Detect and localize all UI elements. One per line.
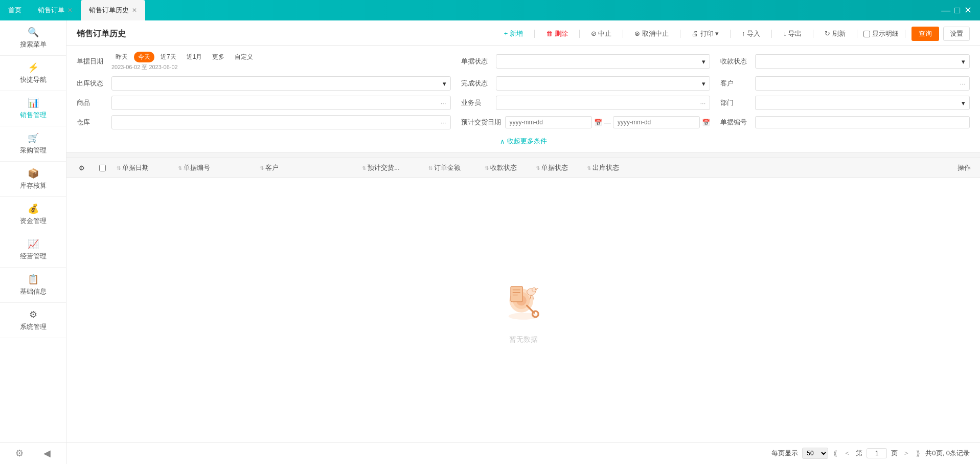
col-settings[interactable]: ⚙	[72, 164, 92, 172]
stock-out-select[interactable]: ▾	[111, 76, 451, 91]
page-size-select[interactable]: 20 50 100	[802, 448, 828, 459]
date-tab-1month[interactable]: 近1月	[183, 52, 207, 62]
settings-button[interactable]: 设置	[943, 27, 970, 41]
col-order-no[interactable]: ⇅ 单据编号	[174, 163, 256, 172]
refresh-button[interactable]: ↻ 刷新	[819, 27, 851, 40]
sidebar-settings-icon[interactable]: ⚙	[15, 448, 24, 459]
goods-dots[interactable]: ···	[441, 99, 446, 107]
sidebar-item-basic-info[interactable]: 📋 基础信息	[0, 268, 66, 303]
export-label: ↓ 导出	[783, 29, 802, 38]
col-check[interactable]	[92, 165, 112, 171]
settings-gear-icon[interactable]: ⚙	[79, 164, 85, 172]
date-tab-7days[interactable]: 近7天	[156, 52, 180, 62]
delete-button[interactable]: 🗑 删除	[541, 27, 573, 40]
page-input[interactable]	[867, 448, 887, 458]
tab-sales-order-history[interactable]: 销售订单历史 ✕	[81, 0, 145, 20]
col-amount-sort-icon: ⇅	[428, 165, 432, 171]
filter-delivery-date: 预计交货日期 📅 — 📅	[461, 116, 711, 128]
sidebar-item-system-mgmt[interactable]: ⚙ 系统管理	[0, 303, 66, 338]
page-size-label: 每页显示	[771, 449, 798, 458]
tab-home[interactable]: + 新增 首页	[0, 0, 30, 20]
close-history-tab-icon[interactable]: ✕	[132, 7, 137, 14]
sidebar-item-quick-nav[interactable]: ⚡ 快捷导航	[0, 56, 66, 91]
stop-button[interactable]: ⊘ 中止	[586, 27, 617, 40]
toolbar-divider-7	[813, 30, 813, 38]
filter-sales-staff: 业务员 ···	[461, 96, 711, 110]
calendar-end-icon[interactable]: 📅	[702, 119, 710, 126]
cancel-stop-button[interactable]: ⊗ 取消中止	[629, 27, 674, 40]
goods-select[interactable]: ···	[111, 96, 451, 110]
new-button[interactable]: + 新增	[499, 27, 528, 40]
col-date-label: 单据日期	[122, 163, 149, 172]
order-status-label: 单据状态	[461, 57, 492, 66]
tab-sales-order[interactable]: 销售订单 ✕	[30, 0, 81, 20]
sidebar-item-business-mgmt[interactable]: 📈 经营管理	[0, 232, 66, 268]
tab-sales-order-label: 销售订单	[38, 6, 64, 15]
page-first-icon[interactable]: ⟪	[832, 449, 838, 457]
date-tab-custom[interactable]: 自定义	[231, 52, 257, 62]
filter-row-1: 单据日期 昨天 今天 近7天 近1月 更多 自定义 2023-06-02 至 2…	[77, 52, 970, 71]
page-last-icon[interactable]: ⟫	[915, 449, 921, 457]
calendar-start-icon[interactable]: 📅	[594, 119, 602, 126]
search-button[interactable]: 查询	[911, 27, 939, 41]
print-button[interactable]: 🖨 打印 ▾	[687, 27, 724, 40]
show-detail-checkbox[interactable]	[863, 31, 870, 37]
import-button[interactable]: ↑ 导入	[737, 27, 765, 40]
order-status-select[interactable]: ▾	[496, 54, 711, 69]
close-sales-order-tab-icon[interactable]: ✕	[67, 7, 73, 14]
col-date[interactable]: ⇅ 单据日期	[112, 163, 174, 172]
sales-staff-dots[interactable]: ···	[700, 99, 705, 107]
order-no-input[interactable]	[755, 116, 970, 128]
date-tab-today[interactable]: 今天	[134, 52, 154, 62]
sidebar-item-search-menu[interactable]: 🔍 搜索菜单	[0, 20, 66, 56]
page-prev-icon[interactable]: ＜	[842, 449, 852, 458]
complete-select[interactable]: ▾	[496, 76, 711, 91]
page-next-icon[interactable]: ＞	[902, 449, 911, 458]
window-max-icon[interactable]: □	[954, 5, 960, 16]
warehouse-select[interactable]: ···	[111, 115, 451, 129]
main-layout: 🔍 搜索菜单 ⚡ 快捷导航 📊 销售管理 🛒 采购管理 📦 库存核算 💰 资金管…	[0, 20, 980, 464]
toolbar-divider-1	[534, 30, 535, 38]
empty-text: 暂无数据	[509, 335, 538, 344]
col-order-status[interactable]: ⇅ 单据状态	[532, 163, 583, 172]
import-label: ↑ 导入	[742, 29, 760, 38]
sales-mgmt-icon: 📊	[28, 97, 39, 108]
delivery-date-start[interactable]	[505, 116, 592, 128]
dept-select[interactable]: ▾	[755, 96, 970, 110]
date-tab-yesterday[interactable]: 昨天	[111, 52, 132, 62]
basic-info-icon: 📋	[28, 274, 39, 285]
col-operation: 操作	[634, 163, 975, 172]
sidebar-item-fund-mgmt[interactable]: 💰 资金管理	[0, 197, 66, 232]
sidebar-item-sales-mgmt[interactable]: 📊 销售管理	[0, 91, 66, 126]
collapse-button[interactable]: ∧ 收起更多条件	[77, 135, 970, 146]
receive-status-select[interactable]: ▾	[755, 54, 970, 69]
warehouse-dots[interactable]: ···	[441, 119, 446, 126]
col-order-no-sort-icon: ⇅	[178, 165, 182, 171]
delivery-date-end[interactable]	[613, 116, 700, 128]
empty-state: 暂无数据	[66, 178, 980, 442]
col-customer[interactable]: ⇅ 客户	[256, 163, 358, 172]
col-stock-status[interactable]: ⇅ 出库状态	[583, 163, 634, 172]
tab-bar: + 新增 首页 销售订单 ✕ 销售订单历史 ✕	[0, 0, 941, 20]
svg-rect-6	[511, 286, 522, 302]
window-min-icon[interactable]: —	[941, 5, 950, 16]
filter-row-3: 商品 ··· 业务员 ··· 部门	[77, 96, 970, 110]
sidebar-item-purchase-mgmt[interactable]: 🛒 采购管理	[0, 126, 66, 162]
window-close-icon[interactable]: ✕	[964, 5, 972, 16]
sidebar-collapse-icon[interactable]: ◀	[43, 448, 51, 459]
sales-staff-select[interactable]: ···	[496, 96, 711, 110]
customer-dots[interactable]: ···	[960, 80, 965, 87]
customer-select[interactable]: ···	[755, 76, 970, 91]
col-amount[interactable]: ⇅ 订单金额	[424, 163, 481, 172]
col-delivery[interactable]: ⇅ 预计交货...	[358, 163, 424, 172]
col-order-status-sort-icon: ⇅	[536, 165, 540, 171]
sidebar-item-stock-calc[interactable]: 📦 库存核算	[0, 162, 66, 197]
col-receive-status[interactable]: ⇅ 收款状态	[481, 163, 532, 172]
date-tab-more[interactable]: 更多	[208, 52, 229, 62]
col-delivery-label: 预计交货...	[368, 163, 400, 172]
export-button[interactable]: ↓ 导出	[778, 27, 807, 40]
table-header: ⚙ ⇅ 单据日期 ⇅ 单据编号 ⇅ 客户 ⇅	[66, 158, 980, 178]
col-delivery-sort-icon: ⇅	[362, 165, 366, 171]
total-label: 共0页, 0条记录	[925, 449, 970, 458]
select-all-checkbox[interactable]	[99, 165, 106, 171]
